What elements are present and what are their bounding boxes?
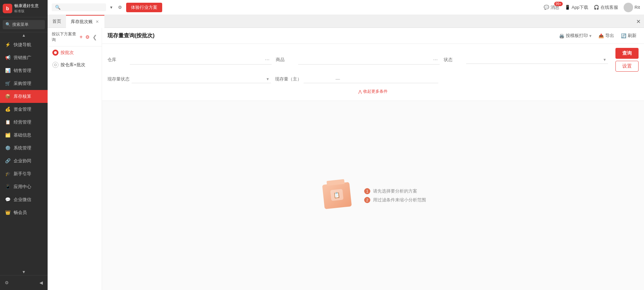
topbar-experience-button[interactable]: 体验行业方案: [126, 3, 162, 12]
inventory-qty-field: 现存量（主） —: [275, 75, 439, 83]
inventory-status-field: 现存量状态 ▾: [107, 75, 271, 83]
collapse-icon: ⋀: [358, 89, 362, 94]
sidebar-item-label: 快捷导航: [14, 42, 31, 48]
sidebar-item-marketing[interactable]: 📢 营销推广: [0, 51, 48, 64]
sidebar-item-label: 企业微信: [14, 197, 31, 203]
message-icon: 💬: [544, 5, 549, 10]
export-label: 导出: [605, 33, 614, 39]
sidebar-item-quicknav[interactable]: ⚡ 快捷导航: [0, 38, 48, 51]
qty-max-input[interactable]: [343, 76, 370, 81]
sidebar-item-system[interactable]: ⚙️ 系统管理: [0, 142, 48, 155]
step1-icon: 1: [364, 188, 370, 194]
print-button[interactable]: 🖨️ 按模板打印 ▾: [557, 31, 594, 40]
status-label: 状态: [444, 57, 464, 63]
filter-row-2: 现存量状态 ▾ 现存量（主） —: [107, 75, 639, 83]
tab-home[interactable]: 首页: [48, 15, 66, 28]
sidebar-item-newbie[interactable]: 🎓 新手引导: [0, 167, 48, 180]
scheme-settings-button[interactable]: ⚙: [85, 34, 90, 40]
topbar: 🔍 ▾ ⚙ 体验行业方案 💬 消息 99+ 📱 App下载 🎧 在线客服 Rit: [48, 0, 644, 15]
left-panel-header: 按以下方案查询 + ⚙ ❮: [48, 28, 102, 47]
topbar-online-service[interactable]: 🎧 在线客服: [594, 4, 618, 11]
sidebar-search-area[interactable]: 🔍 搜索菜单: [0, 17, 48, 32]
add-scheme-button[interactable]: +: [79, 34, 83, 40]
sidebar-scroll-down[interactable]: ▼: [0, 269, 48, 275]
topbar-settings-button[interactable]: ⚙: [117, 3, 123, 11]
sidebar-search-button[interactable]: 🔍 搜索菜单: [3, 20, 45, 29]
sidebar-item-enterprise[interactable]: 🔗 企业协同: [0, 155, 48, 167]
main-area: 🔍 ▾ ⚙ 体验行业方案 💬 消息 99+ 📱 App下载 🎧 在线客服 Rit: [48, 0, 644, 290]
search-icon: 🔍: [5, 22, 11, 27]
qty-min-input[interactable]: [306, 76, 333, 81]
sidebar-item-purchase[interactable]: 🛒 采购管理: [0, 77, 48, 90]
apps-icon: 📱: [5, 184, 11, 190]
sidebar-item-label: 采购管理: [14, 80, 31, 87]
tab-close-button[interactable]: ✕: [95, 19, 100, 24]
tab-inventory-batch[interactable]: 库存批次账 ✕: [66, 15, 104, 28]
content-area: 按以下方案查询 + ⚙ ❮ 按批次 按仓库+批次: [48, 28, 644, 290]
product-dots[interactable]: ···: [433, 57, 438, 63]
collapse-filter-button[interactable]: ⋀ 收起更多条件: [107, 87, 639, 96]
step1-text: 请先选择要分析的方案: [373, 188, 417, 194]
warehouse-dots[interactable]: ···: [265, 57, 269, 63]
topbar-search-icon: 🔍: [55, 5, 61, 10]
sales-icon: 📊: [5, 68, 11, 74]
export-button[interactable]: 📤 导出: [596, 31, 616, 40]
user-avatar: [624, 3, 633, 12]
svg-point-1: [54, 64, 56, 66]
left-panel-title: 按以下方案查询: [52, 31, 79, 43]
topbar-dropdown-button[interactable]: ▾: [109, 4, 114, 11]
topbar-user[interactable]: Rit: [624, 3, 640, 12]
wechat-icon: 💬: [5, 197, 11, 203]
scheme-item-by-warehouse-batch[interactable]: 按仓库+批次: [48, 59, 102, 71]
sidebar-item-member[interactable]: 👑 畅会员: [0, 206, 48, 219]
sidebar-item-label: 销售管理: [14, 68, 31, 74]
sidebar-item-sales[interactable]: 📊 销售管理: [0, 64, 48, 77]
search-label: 搜索菜单: [12, 22, 29, 28]
inventory-status-label: 现存量状态: [107, 76, 130, 82]
tabs-bar: 首页 库存批次账 ✕ ✕: [48, 15, 644, 28]
sidebar-item-wechat[interactable]: 💬 企业微信: [0, 193, 48, 206]
query-button[interactable]: 查询: [615, 48, 639, 59]
sidebar-item-label: 畅会员: [14, 210, 27, 216]
sidebar-settings-button[interactable]: ⚙: [3, 279, 10, 287]
sidebar-item-label: 基础信息: [14, 132, 31, 138]
empty-step-1: 1 请先选择要分析的方案: [364, 188, 426, 194]
filter-area: 仓库 ··· 商品 ··· 状态: [102, 44, 644, 101]
status-dropdown-icon: ▾: [604, 57, 606, 62]
warehouse-input-area[interactable]: ···: [130, 55, 272, 65]
refresh-button[interactable]: 🔄 刷新: [619, 31, 639, 40]
topbar-app-download[interactable]: 📱 App下载: [565, 4, 588, 11]
sidebar-item-label: 资金管理: [14, 106, 31, 112]
filter-settings-button[interactable]: 设置: [615, 61, 639, 72]
page-title-bar: 现存量查询(按批次) 🖨️ 按模板打印 ▾ 📤 导出 🔄 刷新: [102, 28, 644, 44]
panel-collapse-button[interactable]: ❮: [92, 34, 98, 40]
empty-text: 1 请先选择要分析的方案 2 用过滤条件来缩小分析范围: [364, 188, 426, 203]
sidebar-item-operations[interactable]: 📋 经营管理: [0, 116, 48, 129]
inventory-qty-label: 现存量（主）: [275, 76, 302, 82]
product-field: 商品 ···: [276, 55, 440, 65]
topbar-search-input[interactable]: [62, 5, 89, 10]
collapse-label: 收起更多条件: [363, 89, 388, 94]
warehouse-label: 仓库: [107, 57, 128, 63]
inventory-status-select[interactable]: ▾: [132, 75, 271, 83]
messages-badge: 99+: [554, 2, 563, 6]
sidebar-item-basics[interactable]: 🗂️ 基础信息: [0, 129, 48, 142]
scheme-item-by-batch[interactable]: 按批次: [48, 47, 102, 59]
all-tabs-close-button[interactable]: ✕: [636, 18, 641, 24]
topbar-search-area[interactable]: 🔍: [52, 3, 106, 11]
username-label: Rit: [634, 5, 640, 10]
sidebar-scroll-up[interactable]: ▲: [0, 32, 48, 38]
warehouse-field: 仓库 ···: [107, 55, 272, 65]
status-select-area[interactable]: ▾: [466, 56, 608, 64]
sidebar-collapse-button[interactable]: ◀: [38, 279, 44, 287]
marketing-icon: 📢: [5, 55, 11, 61]
sidebar-item-apps[interactable]: 📱 应用中心: [0, 180, 48, 193]
sidebar-item-inventory[interactable]: 📦 库存核算: [0, 90, 48, 103]
right-panel: 现存量查询(按批次) 🖨️ 按模板打印 ▾ 📤 导出 🔄 刷新: [102, 28, 644, 290]
tab-home-label: 首页: [52, 18, 61, 24]
sidebar-item-finance[interactable]: 💰 资金管理: [0, 103, 48, 116]
quicknav-icon: ⚡: [5, 42, 11, 48]
product-input-area[interactable]: ···: [298, 55, 440, 65]
topbar-messages[interactable]: 💬 消息 99+: [544, 4, 559, 11]
operations-icon: 📋: [5, 119, 11, 125]
